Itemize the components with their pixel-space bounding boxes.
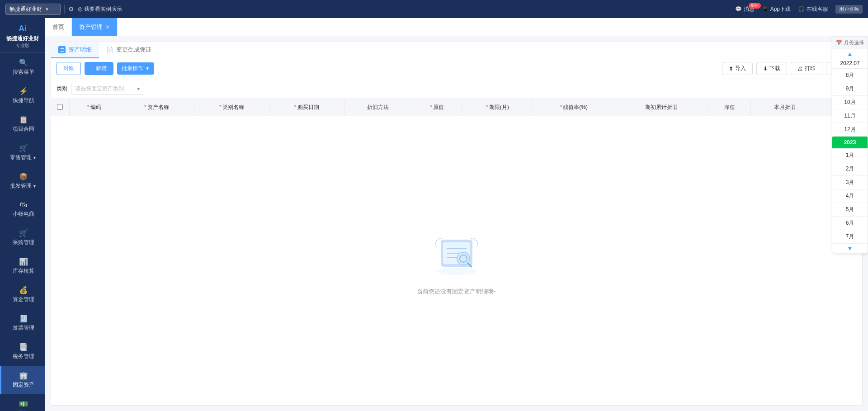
month-item-5[interactable]: 5月: [832, 203, 868, 217]
wholesale-icon: 📦: [19, 172, 28, 181]
tax-icon: 📑: [19, 343, 28, 351]
batch-arrow-icon: ▼: [145, 66, 150, 71]
sidebar-label-search: 搜索菜单: [13, 68, 34, 76]
category-select[interactable]: 请选择固定资产类别: [71, 83, 143, 95]
top-bar-left: 畅捷通好业财 ▼ ⚙ ◎ 我要看实例演示: [5, 4, 122, 15]
sidebar-item-payroll[interactable]: 💵 工资: [0, 394, 45, 411]
tab-assets-label: 资产管理: [79, 23, 103, 31]
batch-button[interactable]: 批量操作 ▼: [117, 62, 154, 75]
reconcile-button[interactable]: 对账: [57, 62, 81, 75]
month-item-8[interactable]: 8月: [832, 69, 868, 82]
sidebar-label-finance: 资金管理: [13, 296, 34, 303]
month-item-7[interactable]: 7月: [832, 230, 868, 244]
month-item-1[interactable]: 1月: [832, 149, 868, 162]
col-checkbox: [51, 99, 69, 116]
col-original-value: *原值: [412, 99, 462, 116]
sidebar-label-assets: 固定资产: [13, 381, 34, 389]
svg-point-0: [436, 268, 477, 275]
month-item-3[interactable]: 3月: [832, 176, 868, 189]
sidebar-item-retail[interactable]: 🛒 零售管理 ▼: [0, 138, 45, 167]
message-button[interactable]: 💬 消息 99+: [735, 5, 755, 13]
dropdown-arrow-icon: ▼: [45, 7, 49, 12]
tab-close-icon[interactable]: ✕: [105, 24, 110, 30]
subtab-detail-label: 资产明细: [68, 46, 92, 54]
sidebar-label-quicknav: 快捷导航: [13, 97, 34, 104]
sidebar-item-inventory[interactable]: 📊 库存核算: [0, 252, 45, 280]
empty-state: 当前您还没有固定资产明细哦~: [51, 116, 862, 405]
month-panel-down-arrow[interactable]: ▼: [832, 244, 868, 253]
select-all-checkbox[interactable]: [57, 104, 63, 110]
app-download-label: App下载: [770, 5, 791, 13]
filter-category-label: 类别: [57, 85, 67, 93]
online-service-label: 在线客服: [807, 5, 828, 13]
tab-home[interactable]: 首页: [45, 18, 72, 36]
sidebar-item-assets[interactable]: 🏢 固定资产: [0, 366, 45, 394]
download-label: 下载: [769, 65, 780, 72]
sidebar-item-ecommerce[interactable]: 🛍 小畅电商: [0, 195, 45, 223]
app-name: Ai: [4, 24, 42, 34]
app-edition: 专业版: [4, 43, 42, 49]
month-item-12[interactable]: 12月: [832, 123, 868, 137]
month-item-10[interactable]: 10月: [832, 96, 868, 109]
month-panel-year-2023[interactable]: 2023: [832, 137, 868, 149]
import-button[interactable]: ⬆ 导入: [722, 62, 753, 75]
user-name: 用户名称: [835, 5, 863, 14]
toolbar: 对账 + 新增 批量操作 ▼ ⬆ 导入 ⬇ 下载: [51, 58, 863, 79]
payroll-icon: 💵: [19, 400, 28, 408]
add-button[interactable]: + 新增: [85, 62, 113, 75]
month-panel-year[interactable]: 2022.07: [832, 58, 868, 69]
online-service-button[interactable]: 🎧 在线客服: [798, 5, 828, 13]
wholesale-arrow-icon: ▼: [33, 184, 37, 189]
month-item-11[interactable]: 11月: [832, 109, 868, 123]
month-panel-title: 月份选择: [844, 39, 864, 46]
print-button[interactable]: 🖨 打印: [791, 62, 822, 75]
col-period-depreciation: 期初累计折旧: [615, 99, 708, 116]
top-bar-right: 💬 消息 99+ 📱 App下载 🎧 在线客服 用户名称: [735, 5, 863, 14]
month-item-4[interactable]: 4月: [832, 189, 868, 203]
sidebar-item-tax[interactable]: 📑 税务管理: [0, 337, 45, 366]
sidebar-item-purchase[interactable]: 🛒 采购管理: [0, 223, 45, 252]
print-label: 打印: [805, 65, 816, 72]
app-download-button[interactable]: 📱 App下载: [762, 5, 791, 13]
finance-icon: 💰: [19, 286, 28, 294]
sidebar-item-finance[interactable]: 💰 资金管理: [0, 280, 45, 309]
col-net-value: 净值: [708, 99, 751, 116]
month-panel-up-arrow[interactable]: ▲: [832, 49, 868, 58]
empty-text: 当前您还没有固定资产明细哦~: [417, 288, 497, 296]
import-label: 导入: [735, 65, 746, 72]
sidebar-item-invoice[interactable]: 🧾 发票管理: [0, 309, 45, 337]
sidebar-item-search[interactable]: 🔍 搜索菜单: [0, 53, 45, 81]
col-purchase-date: *购买日期: [269, 99, 344, 116]
app-logo: Ai 畅捷通好业财 专业版: [0, 18, 45, 53]
print-icon: 🖨: [797, 66, 803, 72]
tab-assets[interactable]: 资产管理 ✕: [72, 18, 118, 36]
sidebar-label-invoice: 发票管理: [13, 324, 34, 332]
settings-icon[interactable]: ⚙: [68, 5, 74, 13]
sidebar-label-tax: 税务管理: [13, 353, 34, 360]
detail-tab-icon: ☰: [58, 46, 66, 53]
month-item-2[interactable]: 2月: [832, 162, 868, 176]
sidebar: Ai 畅捷通好业财 专业版 🔍 搜索菜单 ⚡ 快捷导航 📋 项目合同 🛒 零售管…: [0, 18, 45, 411]
sidebar-item-wholesale[interactable]: 📦 批发管理 ▼: [0, 167, 45, 195]
download-button[interactable]: ⬇ 下载: [756, 62, 787, 75]
sidebar-item-quicknav[interactable]: ⚡ 快捷导航: [0, 81, 45, 110]
sidebar-item-project[interactable]: 📋 项目合同: [0, 110, 45, 138]
subtab-voucher[interactable]: 📄 变更生成凭证: [99, 42, 159, 58]
sidebar-label-wholesale: 批发管理: [10, 182, 32, 190]
data-table: *编码 *资产名称 *类别名称 *购买日期 折旧方法 *原值 *期限(月) *残…: [51, 99, 862, 116]
main-layout: Ai 畅捷通好业财 专业版 🔍 搜索菜单 ⚡ 快捷导航 📋 项目合同 🛒 零售管…: [0, 18, 868, 411]
demo-link[interactable]: ◎ 我要看实例演示: [78, 5, 122, 13]
month-item-9[interactable]: 9月: [832, 82, 868, 96]
company-selector[interactable]: 畅捷通好业财 ▼: [5, 4, 61, 15]
search-icon: 🔍: [19, 58, 28, 67]
month-item-6[interactable]: 6月: [832, 217, 868, 230]
headset-icon: 🎧: [798, 6, 805, 12]
month-panel-header: 📅 月份选择: [832, 37, 868, 49]
subtab-detail[interactable]: ☰ 资产明细: [51, 42, 99, 58]
tab-home-label: 首页: [52, 23, 64, 31]
demo-text: 我要看实例演示: [84, 5, 122, 13]
user-profile[interactable]: 用户名称: [835, 5, 863, 14]
project-icon: 📋: [19, 115, 28, 124]
import-icon: ⬆: [729, 66, 733, 72]
company-name: 畅捷通好业财: [9, 5, 42, 13]
